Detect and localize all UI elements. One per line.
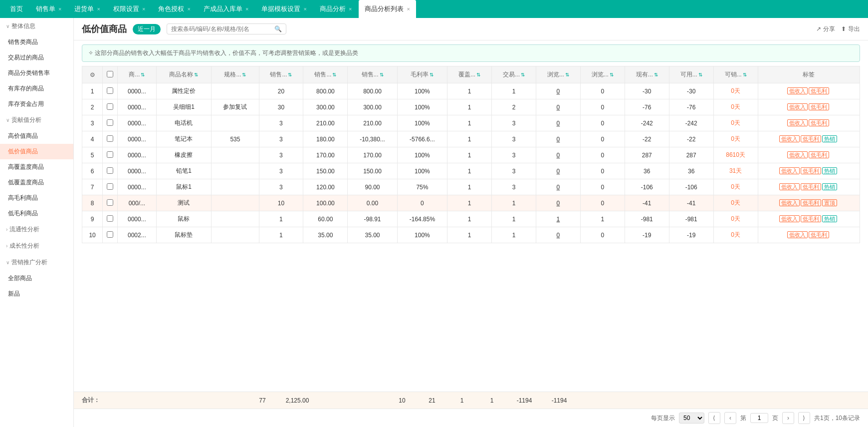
sidebar-item[interactable]: 低覆盖度商品 xyxy=(0,175,73,190)
row-checkbox[interactable] xyxy=(107,151,113,158)
col-transaction[interactable]: 交易...⇅ xyxy=(492,66,536,83)
row-checkbox[interactable] xyxy=(107,167,113,174)
row-browse1-cell[interactable]: 0 xyxy=(536,115,580,131)
nav-tab-close[interactable]: × xyxy=(302,6,306,12)
nav-tab-close[interactable]: × xyxy=(186,6,190,12)
time-tag[interactable]: 近一月 xyxy=(133,24,161,34)
sidebar-group-title[interactable]: ∨贡献值分析 xyxy=(0,112,73,128)
browse1-cell[interactable]: 0 xyxy=(557,152,560,159)
nav-tab[interactable]: 角色授权 × xyxy=(152,0,196,18)
row-checkbox-cell[interactable] xyxy=(103,163,118,179)
nav-tab-close[interactable]: × xyxy=(141,6,145,12)
col-current-stock[interactable]: 现有...⇅ xyxy=(625,66,669,83)
first-page-btn[interactable]: ⟨ xyxy=(708,412,720,424)
row-browse1-cell[interactable]: 0 xyxy=(536,147,580,163)
nav-tab[interactable]: 产成品入库单 × xyxy=(198,0,254,18)
sidebar-item[interactable]: 全部商品 xyxy=(0,271,73,286)
col-sales-avg[interactable]: 销售...⇅ xyxy=(348,66,397,83)
nav-tab[interactable]: 权限设置 × xyxy=(107,0,151,18)
row-checkbox-cell[interactable] xyxy=(103,115,118,131)
nav-tab-close[interactable]: × xyxy=(244,6,248,12)
row-checkbox-cell[interactable] xyxy=(103,195,118,211)
nav-tab[interactable]: 首页 xyxy=(4,0,29,18)
row-browse1-cell[interactable]: 0 xyxy=(536,163,580,179)
row-browse1-cell[interactable]: 0 xyxy=(536,99,580,115)
row-checkbox[interactable] xyxy=(107,231,113,238)
col-settings[interactable]: ⚙ xyxy=(82,66,103,83)
sidebar-item[interactable]: 高毛利商品 xyxy=(0,190,73,206)
row-browse1-cell[interactable]: 0 xyxy=(536,83,580,99)
col-sales-qty[interactable]: 销售...⇅ xyxy=(259,66,303,83)
col-tags[interactable]: 标签 xyxy=(758,66,860,83)
col-name[interactable]: 商品名称⇅ xyxy=(156,66,212,83)
table-container[interactable]: ⚙ 商...⇅ 商品名称⇅ 规格...⇅ 销售...⇅ 销售...⇅ 销售...… xyxy=(74,66,868,392)
sidebar-item[interactable]: 高覆盖度商品 xyxy=(0,159,73,175)
sidebar-item[interactable]: 库存资金占用 xyxy=(0,96,73,112)
nav-tab[interactable]: 商品分析列表 × xyxy=(359,0,416,18)
row-checkbox-cell[interactable] xyxy=(103,131,118,147)
col-checkbox[interactable] xyxy=(103,66,118,83)
row-checkbox[interactable] xyxy=(107,87,113,94)
browse1-cell[interactable]: 0 xyxy=(557,88,560,95)
sidebar-group-title[interactable]: ›成长性分析 xyxy=(0,238,73,254)
row-checkbox[interactable] xyxy=(107,199,113,206)
sidebar-item[interactable]: 交易过的商品 xyxy=(0,50,73,65)
row-checkbox-cell[interactable] xyxy=(103,83,118,99)
browse1-cell[interactable]: 0 xyxy=(557,120,560,127)
sidebar-group-title[interactable]: ∨整体信息 xyxy=(0,18,73,34)
row-browse1-cell[interactable]: 0 xyxy=(536,227,580,243)
sidebar-item[interactable]: 低毛利商品 xyxy=(0,206,73,221)
browse1-cell[interactable]: 0 xyxy=(557,184,560,191)
row-browse1-cell[interactable]: 0 xyxy=(536,131,580,147)
row-checkbox-cell[interactable] xyxy=(103,211,118,227)
prev-page-btn[interactable]: ‹ xyxy=(724,412,736,424)
sidebar-item[interactable]: 销售类商品 xyxy=(0,34,73,50)
current-page-input[interactable] xyxy=(750,413,768,423)
browse1-cell[interactable]: 0 xyxy=(557,200,560,207)
browse1-cell[interactable]: 0 xyxy=(557,104,560,111)
nav-tab[interactable]: 销售单 × xyxy=(30,0,67,18)
browse1-cell[interactable]: 0 xyxy=(557,232,560,239)
col-spec[interactable]: 规格...⇅ xyxy=(212,66,259,83)
col-code[interactable]: 商...⇅ xyxy=(118,66,157,83)
last-page-btn[interactable]: ⟩ xyxy=(798,412,810,424)
row-checkbox-cell[interactable] xyxy=(103,147,118,163)
row-checkbox-cell[interactable] xyxy=(103,99,118,115)
page-size-select[interactable]: 50 100 xyxy=(679,413,704,424)
sidebar-group-title[interactable]: ›流通性分析 xyxy=(0,221,73,238)
nav-tab[interactable]: 单据模板设置 × xyxy=(255,0,312,18)
sidebar-item[interactable]: 商品分类销售率 xyxy=(0,65,73,81)
browse1-cell[interactable]: 0 xyxy=(557,168,560,175)
search-input[interactable] xyxy=(171,25,271,32)
next-page-btn[interactable]: › xyxy=(782,412,794,424)
nav-tab-close[interactable]: × xyxy=(405,6,410,12)
col-gross-margin[interactable]: 毛利率⇅ xyxy=(397,66,447,83)
row-checkbox[interactable] xyxy=(107,183,113,190)
select-all-checkbox[interactable] xyxy=(107,71,113,77)
row-checkbox-cell[interactable] xyxy=(103,179,118,195)
row-checkbox-cell[interactable] xyxy=(103,227,118,243)
nav-tab-close[interactable]: × xyxy=(347,6,352,12)
col-browse2[interactable]: 浏览...⇅ xyxy=(580,66,625,83)
row-checkbox[interactable] xyxy=(107,103,113,110)
nav-tab-close[interactable]: × xyxy=(95,6,100,12)
nav-tab[interactable]: 商品分析 × xyxy=(314,0,358,18)
row-checkbox[interactable] xyxy=(107,215,113,222)
nav-tab-close[interactable]: × xyxy=(57,6,61,12)
col-saleable[interactable]: 可销...⇅ xyxy=(713,66,758,83)
sidebar-item[interactable]: 有库存的商品 xyxy=(0,81,73,96)
share-button[interactable]: ↗ 分享 xyxy=(816,25,835,33)
sidebar-item[interactable]: 低价值商品 xyxy=(0,144,73,159)
col-coverage[interactable]: 覆盖...⇅ xyxy=(447,66,492,83)
browse1-cell[interactable]: 1 xyxy=(557,216,560,223)
nav-tab[interactable]: 进货单 × xyxy=(68,0,106,18)
export-button[interactable]: ⬆ 导出 xyxy=(841,25,860,33)
row-browse1-cell[interactable]: 0 xyxy=(536,195,580,211)
col-sales-amount[interactable]: 销售...⇅ xyxy=(303,66,348,83)
search-icon[interactable]: 🔍 xyxy=(274,25,282,32)
row-browse1-cell[interactable]: 0 xyxy=(536,179,580,195)
row-checkbox[interactable] xyxy=(107,119,113,126)
row-browse1-cell[interactable]: 1 xyxy=(536,211,580,227)
sidebar-item[interactable]: 高价值商品 xyxy=(0,128,73,144)
col-available[interactable]: 可用...⇅ xyxy=(669,66,713,83)
